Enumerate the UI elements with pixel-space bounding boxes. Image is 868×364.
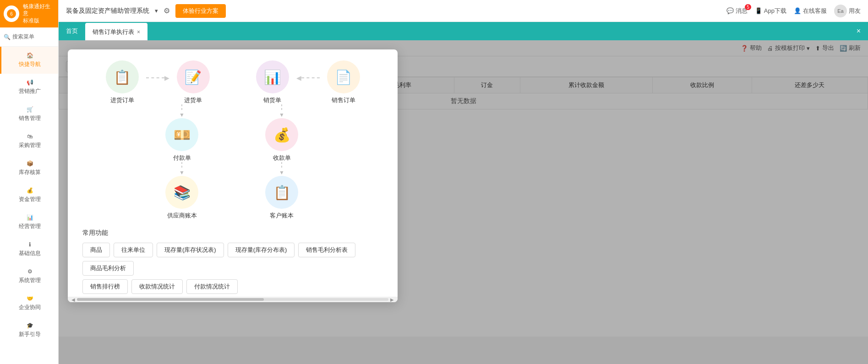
megaphone-icon: 📢 (27, 79, 33, 86)
message-icon: 💬 (726, 7, 734, 14)
modal-box: 📋 进货订单 ▶ (68, 49, 398, 302)
dropdown-icon: ▾ (155, 7, 158, 14)
tab-close-icon[interactable]: × (137, 29, 140, 35)
app-download-btn[interactable]: 📱 App下载 (755, 7, 786, 15)
sidebar-item-inventory[interactable]: 📦 库存核算 (0, 155, 58, 182)
sidebar-nav: 🏠 快捷导航 📢 营销推广 🛒 销售管理 🛍 采购管理 📦 库存核算 💰 (0, 47, 58, 364)
gear-button[interactable]: ⚙ (164, 6, 170, 15)
scroll-right-arrow[interactable]: ▶ (388, 297, 396, 302)
customer-ledger-icon: 📋 (273, 185, 290, 201)
top-header: 装备及固定资产辅助管理系统 ▾ ⚙ 体验行业方案 💬 消息 5 📱 App下载 … (59, 0, 868, 22)
message-badge: 5 (745, 4, 751, 10)
system-dropdown[interactable]: ▾ (155, 7, 158, 14)
flow-item-sales-receipt[interactable]: 📊 销货单 (256, 60, 289, 104)
tab-bar-close-btn[interactable]: × (857, 27, 861, 35)
flow-item-purchase-order[interactable]: 📋 进货订单 (106, 60, 139, 104)
customer-ledger-label: 客户账本 (270, 212, 294, 220)
purchase-order-icon: 📋 (114, 69, 131, 85)
sidebar-item-marketing[interactable]: 📢 营销推广 (0, 74, 58, 101)
sidebar-item-quick-nav[interactable]: 🏠 快捷导航 (0, 47, 58, 74)
tab-sales-order[interactable]: 销售订单执行表 × (85, 23, 147, 41)
search-icon: 🔍 (4, 34, 11, 40)
func-btn-product-gross[interactable]: 商品毛利分析 (82, 261, 134, 276)
guide-icon: 🎓 (27, 322, 33, 329)
modal-content: 📋 进货订单 ▶ (68, 49, 398, 297)
flow-item-sales-order[interactable]: 📄 销售订单 (327, 60, 360, 104)
sidebar-item-system[interactable]: ⚙ 系统管理 (0, 263, 58, 290)
svg-text:6: 6 (10, 11, 13, 16)
sidebar-item-guide[interactable]: 🎓 新手引导 (0, 317, 58, 344)
func-btn-receipt-stats[interactable]: 收款情况统计 (131, 279, 183, 294)
sales-receipt-label: 销货单 (263, 96, 281, 104)
sidebar-item-collab[interactable]: 🤝 企业协同 (0, 290, 58, 317)
flow-item-supplier-ledger[interactable]: 📚 供应商账本 (165, 176, 198, 220)
sidebar-logo: 6 畅康通好生意 标准版 (0, 0, 58, 27)
payment-label: 付款单 (173, 154, 191, 162)
tab-home[interactable]: 首页 (59, 22, 85, 40)
supplier-ledger-icon: 📚 (174, 185, 191, 201)
chart-icon: 📊 (27, 214, 33, 221)
sidebar-item-basic-info[interactable]: ℹ 基础信息 (0, 236, 58, 263)
func-btn-sales-gross[interactable]: 销售毛利分析表 (298, 243, 355, 257)
collab-icon: 🤝 (27, 295, 33, 302)
user-avatar-btn[interactable]: Ea 用友 (834, 5, 861, 17)
purchase-receipt-icon: 📝 (185, 69, 202, 85)
system-title: 装备及固定资产辅助管理系统 (66, 7, 149, 15)
sidebar-item-operations[interactable]: 📊 经营管理 (0, 209, 58, 236)
func-btn-stock-dist[interactable]: 现存量(库存分布表) (228, 243, 295, 257)
common-functions-title: 常用功能 (82, 229, 383, 237)
cart-icon: 🛒 (27, 106, 33, 113)
sidebar-item-finance[interactable]: 💰 资金管理 (0, 182, 58, 209)
common-functions: 常用功能 商品 往来单位 现存量(库存状况表) 现存量(库存分布表) 销售毛利分… (82, 229, 383, 294)
purchase-receipt-label: 进货单 (184, 96, 202, 104)
func-btn-contacts[interactable]: 往来单位 (114, 243, 153, 257)
supplier-ledger-label: 供应商账本 (167, 212, 197, 220)
payment-icon: 💴 (174, 127, 191, 143)
trial-button[interactable]: 体验行业方案 (175, 4, 226, 18)
sidebar-item-purchase[interactable]: 🛍 采购管理 (0, 128, 58, 155)
logo-text: 畅康通好生意 标准版 (23, 3, 55, 25)
search-menu-btn[interactable]: 🔍 搜索菜单 (4, 31, 55, 43)
flow-item-purchase-receipt[interactable]: 📝 进货单 (177, 60, 210, 104)
flow-item-customer-ledger[interactable]: 📋 客户账本 (265, 176, 298, 220)
modal-overlay[interactable]: 📋 进货订单 ▶ (59, 40, 868, 364)
main-content: 装备及固定资产辅助管理系统 ▾ ⚙ 体验行业方案 💬 消息 5 📱 App下载 … (59, 0, 868, 364)
flow-item-payment[interactable]: 💴 付款单 (165, 118, 198, 162)
sales-receipt-icon: 📊 (264, 69, 281, 85)
money-icon: 💰 (27, 187, 33, 194)
logo-icon: 6 (4, 5, 19, 22)
sidebar-item-sales[interactable]: 🛒 销售管理 (0, 101, 58, 128)
modal-scrollbar: ◀ ▶ (68, 297, 398, 302)
tab-bar: 首页 销售订单执行表 × × (59, 22, 868, 40)
scrollbar-track[interactable] (77, 298, 388, 301)
service-icon: 👤 (794, 7, 801, 14)
box-icon: 📦 (27, 160, 33, 167)
sidebar: 6 畅康通好生意 标准版 🔍 搜索菜单 🏠 快捷导航 📢 营销推广 � (0, 0, 59, 364)
func-btn-payment-stats[interactable]: 付款情况统计 (186, 279, 238, 294)
flow-item-receipt[interactable]: 💰 收款单 (265, 118, 298, 162)
home-icon: 🏠 (27, 52, 33, 59)
purchase-order-label: 进货订单 (110, 96, 134, 104)
scroll-left-arrow[interactable]: ◀ (70, 297, 77, 302)
message-btn[interactable]: 💬 消息 5 (726, 7, 748, 15)
sidebar-search[interactable]: 🔍 搜索菜单 (0, 27, 58, 47)
system-icon: ⚙ (27, 268, 33, 275)
func-buttons-row2: 销售排行榜 收款情况统计 付款情况统计 (82, 279, 383, 294)
download-icon: 📱 (755, 7, 762, 14)
avatar: Ea (834, 5, 847, 17)
sales-order-icon: 📄 (335, 69, 352, 85)
func-btn-product[interactable]: 商品 (82, 243, 110, 257)
func-btn-sales-ranking[interactable]: 销售排行榜 (82, 279, 128, 294)
sales-order-label: 销售订单 (332, 96, 355, 104)
online-service-btn[interactable]: 👤 在线客服 (794, 7, 827, 15)
func-btn-stock-status[interactable]: 现存量(库存状况表) (157, 243, 224, 257)
content-area: ❓ 帮助 🖨 按模板打印 ▾ ⬆ 导出 🔄 刷新 (59, 40, 868, 364)
bag-icon: 🛍 (27, 133, 33, 140)
receipt-icon: 💰 (273, 127, 290, 143)
scrollbar-thumb[interactable] (77, 298, 264, 301)
receipt-label: 收款单 (273, 154, 291, 162)
header-actions: 💬 消息 5 📱 App下载 👤 在线客服 Ea 用友 (726, 5, 861, 17)
func-buttons-row1: 商品 往来单位 现存量(库存状况表) 现存量(库存分布表) 销售毛利分析表 商品… (82, 243, 383, 276)
info-icon: ℹ (29, 241, 31, 248)
